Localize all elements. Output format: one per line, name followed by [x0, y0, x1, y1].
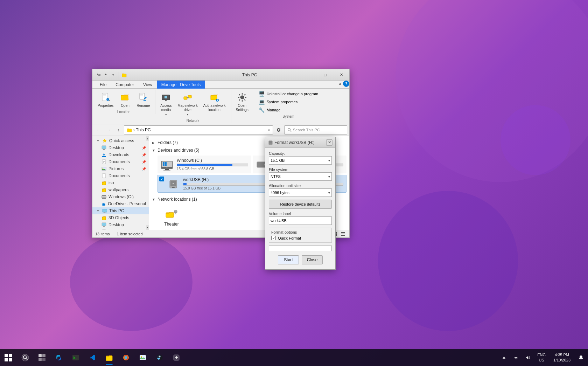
help-button[interactable]: ? — [343, 81, 349, 87]
quick-format-checkbox[interactable] — [271, 236, 276, 240]
allocation-select[interactable]: 4096 bytes ▾ — [269, 188, 332, 197]
svg-point-97 — [159, 356, 161, 358]
taskbar-explorer[interactable] — [101, 349, 118, 366]
taskbar-photos[interactable] — [134, 349, 151, 366]
access-media-button[interactable]: Accessmedia ▾ — [158, 90, 174, 118]
address-bar[interactable]: › This PC ▾ — [124, 125, 273, 134]
ribbon-group-network: Accessmedia ▾ Map networkdrive — [158, 90, 231, 123]
volume-input[interactable]: workUSB — [269, 216, 332, 225]
uninstall-button[interactable]: 🖥️ Uninstall or change a program — [256, 90, 321, 98]
qat-undo[interactable] — [95, 72, 102, 78]
sidebar-item-3d[interactable]: 3D Objects — [92, 214, 149, 221]
svg-rect-8 — [140, 95, 143, 95]
qat-customize[interactable]: ▾ — [110, 72, 116, 78]
rename-button[interactable]: Rename — [134, 90, 153, 109]
sidebar-scroll-down[interactable]: ▼ — [146, 225, 149, 230]
quick-format-label: Quick Format — [278, 236, 301, 240]
taskbar-task-view[interactable] — [34, 349, 50, 366]
volume-icon-tray[interactable] — [523, 349, 533, 366]
system-props-button[interactable]: 💻 System properties — [256, 98, 321, 106]
properties-button[interactable]: Properties — [95, 90, 116, 109]
maximize-button[interactable]: □ — [317, 69, 333, 81]
drive-h-checkbox[interactable] — [159, 177, 164, 181]
sidebar-item-windows-c[interactable]: Windows (C:) — [92, 193, 149, 200]
start-button[interactable]: Start — [278, 255, 299, 264]
network-icon-tray[interactable] — [511, 349, 521, 366]
svg-point-66 — [173, 183, 174, 184]
sidebar-item-this-pc[interactable]: ▼ This PC — [92, 207, 149, 214]
sidebar-item-quick-access[interactable]: ▼ Quick access — [92, 137, 149, 144]
filesystem-arrow: ▾ — [328, 175, 330, 179]
svg-rect-80 — [5, 358, 8, 361]
ribbon-collapse-button[interactable]: ∧ — [337, 81, 343, 87]
taskbar-steam[interactable] — [151, 349, 168, 366]
sidebar-item-iso[interactable]: iso — [92, 179, 149, 186]
sidebar-item-onedrive[interactable]: OneDrive - Personal — [92, 200, 149, 207]
sidebar-item-desktop[interactable]: Desktop 📌 — [92, 144, 149, 151]
svg-rect-27 — [102, 156, 106, 157]
sidebar-item-documents2[interactable]: Documents — [92, 172, 149, 179]
volume-value: workUSB — [271, 219, 287, 223]
tab-file[interactable]: File — [95, 81, 111, 89]
svg-rect-15 — [184, 97, 187, 99]
up-arrow-icon — [502, 355, 506, 360]
dialog-close-button[interactable]: ✕ — [326, 139, 332, 146]
open-settings-button[interactable]: OpenSettings — [233, 90, 251, 114]
restore-defaults-button[interactable]: Restore device defaults — [269, 200, 332, 209]
sidebar-item-documents3[interactable]: Documents — [92, 228, 149, 230]
iso-icon — [102, 180, 106, 185]
notification-button[interactable] — [575, 349, 587, 366]
map-network-icon — [182, 92, 193, 103]
map-network-button[interactable]: Map networkdrive ▾ — [175, 90, 200, 118]
sidebar-item-pictures[interactable]: Pictures 📌 — [92, 165, 149, 172]
add-network-button[interactable]: Add a networklocation — [201, 90, 228, 118]
start-button[interactable] — [0, 349, 17, 366]
forward-button[interactable]: → — [104, 126, 113, 134]
capacity-select[interactable]: 15.1 GB ▾ — [269, 156, 332, 165]
sidebar-scroll-up[interactable]: ▲ — [146, 136, 149, 141]
network-item-theater[interactable]: Theater — [158, 205, 186, 230]
taskbar-edge[interactable] — [50, 349, 67, 366]
search-box[interactable]: Search This PC — [284, 125, 347, 134]
quick-format-row[interactable]: Quick Format — [271, 236, 329, 240]
close-dialog-button[interactable]: Close — [302, 255, 323, 264]
sidebar-item-desktop2[interactable]: Desktop — [92, 221, 149, 228]
window-controls: ─ □ ✕ — [301, 69, 349, 81]
address-dropdown-arrow[interactable]: ▾ — [268, 128, 270, 132]
minimize-button[interactable]: ─ — [301, 69, 317, 81]
sidebar-item-documents[interactable]: Documents 📌 — [92, 158, 149, 165]
refresh-button[interactable] — [274, 126, 283, 134]
language-text: ENG — [537, 352, 546, 358]
list-view-button[interactable] — [340, 230, 346, 237]
language-indicator[interactable]: ENG US — [534, 349, 548, 366]
close-button[interactable]: ✕ — [333, 69, 349, 81]
sidebar-item-downloads[interactable]: Downloads 📌 — [92, 151, 149, 158]
system-tray[interactable] — [499, 349, 509, 366]
taskbar-search[interactable] — [17, 349, 34, 366]
uninstall-label: Uninstall or change a program — [267, 92, 318, 96]
taskbar-extra[interactable] — [168, 349, 185, 366]
sidebar-item-wallpapers[interactable]: wallpapers — [92, 186, 149, 193]
back-button[interactable]: ← — [94, 126, 103, 134]
tab-drive-tools[interactable]: Manage Drive Tools — [157, 81, 205, 89]
taskbar: ENG US 4:35 PM 1/10/2023 — [0, 349, 588, 366]
manage-ribbon-button[interactable]: 🔧 Manage — [256, 106, 321, 114]
qat-up[interactable] — [103, 72, 109, 78]
filesystem-select[interactable]: NTFS ▾ — [269, 172, 332, 181]
drive-windows-c[interactable]: Windows (C:) 15.4 GB free of 68.8 GB — [158, 156, 251, 173]
tab-computer[interactable]: Computer — [111, 81, 139, 89]
documents-label: Documents — [108, 159, 130, 164]
taskbar-vscode[interactable] — [84, 349, 101, 366]
this-pc-icon — [102, 208, 107, 213]
svg-rect-56 — [165, 162, 167, 164]
settings-icon — [237, 92, 248, 103]
open-button[interactable]: Open — [117, 90, 134, 109]
up-button[interactable]: ↑ — [114, 126, 122, 134]
clock[interactable]: 4:35 PM 1/10/2023 — [550, 349, 574, 366]
dialog-title-bar: Format workUSB (H:) ✕ — [265, 137, 335, 148]
tab-view[interactable]: View — [139, 81, 157, 89]
taskbar-terminal[interactable] — [67, 349, 84, 366]
downloads-icon — [102, 152, 106, 157]
taskbar-firefox[interactable] — [118, 349, 134, 366]
dialog-drive-icon — [268, 140, 273, 145]
